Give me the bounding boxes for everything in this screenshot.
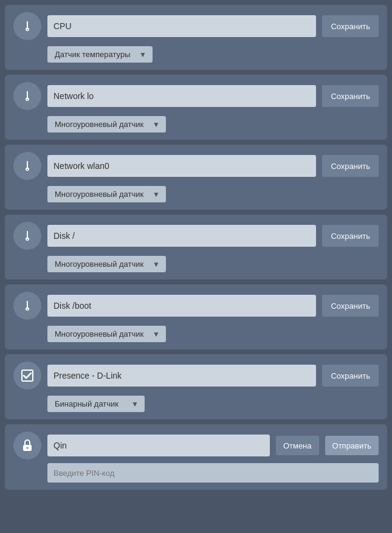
icon-thermometer-disk-boot <box>13 292 41 320</box>
icon-checkbox-presence-dlink <box>13 362 41 390</box>
sensor-card-network-lo: Сохранить Многоуровневый датчик ▼ <box>5 75 387 140</box>
sensor-card-cpu: Сохранить Датчик температуры ▼ <box>5 5 387 70</box>
name-label-qin: Qin <box>47 435 270 456</box>
sensor-card-presence-dlink: Сохранить Бинарный датчик ▼ <box>5 354 387 419</box>
svg-rect-2 <box>27 161 28 168</box>
sensor-card-network-wlan0: Сохранить Многоуровневый датчик ▼ <box>5 145 387 210</box>
save-button-disk-boot[interactable]: Сохранить <box>322 295 379 317</box>
type-select-network-wlan0[interactable]: Многоуровневый датчик <box>47 186 166 202</box>
name-input-network-wlan0[interactable] <box>47 155 316 177</box>
svg-rect-1 <box>27 91 28 98</box>
save-button-network-lo[interactable]: Сохранить <box>322 85 379 107</box>
svg-rect-0 <box>27 21 28 28</box>
svg-point-7 <box>27 447 29 449</box>
type-select-cpu[interactable]: Датчик температуры <box>47 46 153 63</box>
name-input-cpu[interactable] <box>47 15 316 37</box>
type-select-network-lo[interactable]: Многоуровневый датчик <box>47 116 166 132</box>
name-input-disk-root[interactable] <box>47 225 316 247</box>
icon-thermometer-disk-root <box>13 222 41 250</box>
svg-rect-4 <box>27 301 28 308</box>
svg-rect-3 <box>27 231 28 238</box>
save-button-presence-dlink[interactable]: Сохранить <box>322 365 379 387</box>
type-select-disk-boot[interactable]: Многоуровневый датчик <box>47 326 166 342</box>
icon-lock-qin <box>13 432 41 459</box>
sensor-card-disk-root: Сохранить Многоуровневый датчик ▼ <box>5 215 387 280</box>
save-button-cpu[interactable]: Сохранить <box>322 15 379 37</box>
name-input-network-lo[interactable] <box>47 85 316 107</box>
type-select-presence-dlink[interactable]: Бинарный датчик <box>47 396 145 412</box>
icon-thermometer-network-wlan0 <box>13 152 41 180</box>
name-input-disk-boot[interactable] <box>47 295 316 317</box>
sensor-card-qin: Qin Отмена Отправить <box>5 424 387 490</box>
name-input-presence-dlink[interactable] <box>47 365 316 387</box>
save-button-disk-root[interactable]: Сохранить <box>322 225 379 247</box>
icon-thermometer-cpu <box>13 12 41 40</box>
send-button-qin[interactable]: Отправить <box>325 436 379 455</box>
cancel-button-qin[interactable]: Отмена <box>276 436 319 455</box>
pin-input-qin[interactable] <box>47 463 379 483</box>
type-select-disk-root[interactable]: Многоуровневый датчик <box>47 256 166 272</box>
icon-thermometer-network-lo <box>13 82 41 110</box>
save-button-network-wlan0[interactable]: Сохранить <box>322 155 379 177</box>
sensor-card-disk-boot: Сохранить Многоуровневый датчик ▼ <box>5 284 387 349</box>
